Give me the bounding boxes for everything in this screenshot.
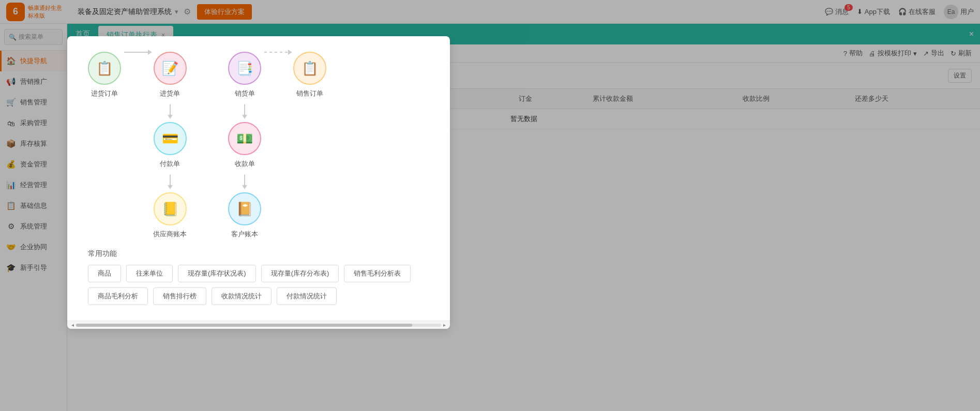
- purchase-bill-label: 进货单: [160, 89, 180, 98]
- flow-node-sales-order[interactable]: 📋 销售订单: [293, 52, 326, 98]
- arrow-down-1: [168, 104, 173, 119]
- arrow-down-2: [168, 175, 173, 189]
- customer-ledger-icon: 📔: [228, 192, 261, 225]
- arrow-h-2: [264, 52, 290, 53]
- flow-node-receipt[interactable]: 💵 收款单: [228, 122, 261, 169]
- arrow-down-head-1: [168, 115, 173, 119]
- common-functions: 常用功能 商品 往来单位 现存量(库存状况表) 现存量(库存分布表) 销售毛利分…: [88, 249, 429, 305]
- payment-icon: 💳: [154, 122, 187, 155]
- common-functions-title: 常用功能: [88, 249, 429, 258]
- arrow-down-head-2: [168, 185, 173, 189]
- sales-bill-label: 销货单: [235, 89, 255, 98]
- flow-col-4: 📋 销售订单: [293, 52, 326, 103]
- payment-label: 付款单: [160, 159, 180, 169]
- modal-scrollbar: ◂ ▸: [67, 321, 450, 329]
- arrow-down-line-1: [170, 104, 171, 115]
- cf-btn-product[interactable]: 商品: [88, 265, 121, 282]
- flow-node-purchase-bill[interactable]: 📝 进货单: [154, 52, 187, 98]
- cf-btn-payment-stats[interactable]: 付款情况统计: [277, 287, 337, 305]
- modal-overlay[interactable]: 📋 进货订单 📝 进货单: [0, 0, 980, 411]
- flow-col-1: 📋 进货订单: [88, 52, 121, 103]
- arrow-down-line-3: [244, 104, 245, 115]
- cf-btn-contacts[interactable]: 往来单位: [126, 265, 173, 282]
- cf-btn-stock-status[interactable]: 现存量(库存状况表): [178, 265, 256, 282]
- sales-order-label: 销售订单: [296, 89, 323, 98]
- flow-node-purchase-order[interactable]: 📋 进货订单: [88, 52, 121, 98]
- quick-nav-modal: 📋 进货订单 📝 进货单: [67, 36, 450, 329]
- flow-col-2: 📝 进货单 💳 付款单: [153, 52, 187, 244]
- flow-node-supplier-ledger[interactable]: 📒 供应商账本: [153, 192, 187, 239]
- sales-order-icon: 📋: [293, 52, 326, 85]
- common-function-buttons: 商品 往来单位 现存量(库存状况表) 现存量(库存分布表) 销售毛利分析表 商品…: [88, 265, 429, 305]
- arrow-down-head-4: [242, 185, 247, 189]
- cf-btn-product-profit[interactable]: 商品毛利分析: [88, 287, 148, 305]
- scrollbar-thumb[interactable]: [76, 324, 412, 327]
- arrow-down-4: [242, 175, 247, 189]
- arrow-down-line-2: [170, 175, 171, 185]
- arrow-down-line-4: [244, 175, 245, 185]
- flow-node-sales-bill[interactable]: 📑 销货单: [228, 52, 261, 98]
- customer-ledger-label: 客户账本: [231, 230, 258, 239]
- arrow-down-head-3: [242, 115, 247, 119]
- receipt-label: 收款单: [235, 159, 255, 169]
- arrow-down-3: [242, 104, 247, 119]
- arrow-line-2: [264, 52, 290, 53]
- purchase-order-label: 进货订单: [91, 89, 118, 98]
- scrollbar-track: [76, 324, 441, 327]
- flow-node-payment[interactable]: 💳 付款单: [154, 122, 187, 169]
- flow-diagram: 📋 进货订单 📝 进货单: [88, 52, 429, 244]
- cf-btn-stock-dist[interactable]: 现存量(库存分布表): [261, 265, 339, 282]
- cf-btn-receipt-stats[interactable]: 收款情况统计: [212, 287, 272, 305]
- purchase-order-icon: 📋: [88, 52, 121, 85]
- scrollbar-left-arrow[interactable]: ◂: [69, 322, 76, 328]
- scrollbar-right-arrow[interactable]: ▸: [441, 322, 448, 328]
- arrow-line-1: [124, 52, 150, 53]
- flow-node-customer-ledger[interactable]: 📔 客户账本: [228, 192, 261, 239]
- supplier-ledger-label: 供应商账本: [153, 230, 187, 239]
- arrow-h-1: [124, 52, 150, 53]
- supplier-ledger-icon: 📒: [154, 192, 187, 225]
- cf-btn-sales-profit[interactable]: 销售毛利分析表: [344, 265, 411, 282]
- receipt-icon: 💵: [228, 122, 261, 155]
- purchase-bill-icon: 📝: [154, 52, 187, 85]
- sales-bill-icon: 📑: [228, 52, 261, 85]
- flow-col-3: 📑 销货单 💵 收款单: [228, 52, 261, 244]
- modal-body: 📋 进货订单 📝 进货单: [67, 36, 450, 321]
- cf-btn-sales-rank[interactable]: 销售排行榜: [153, 287, 206, 305]
